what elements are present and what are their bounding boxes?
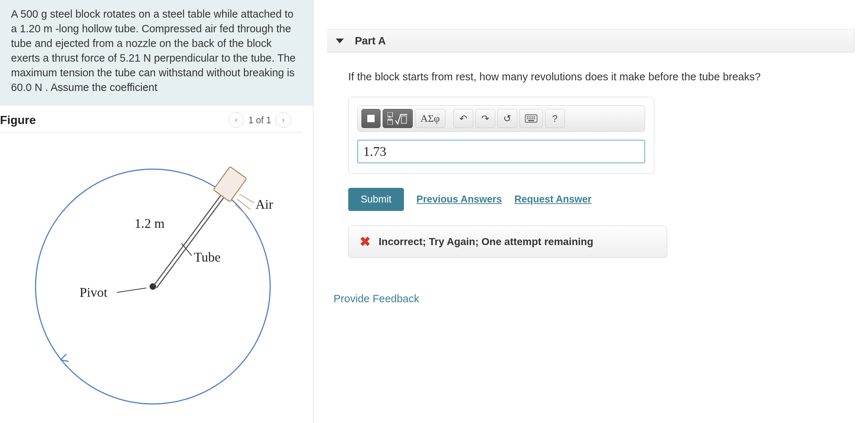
redo-button[interactable]: ↷ [475,109,495,128]
svg-rect-10 [367,115,375,122]
svg-line-3 [157,193,227,288]
undo-button[interactable]: ↶ [453,109,473,128]
caret-down-icon [336,39,344,43]
svg-rect-24 [530,118,532,119]
figure-title: Figure [0,113,36,127]
help-icon: ? [552,113,557,124]
svg-line-9 [117,288,146,292]
svg-line-8 [181,243,192,256]
label-length: 1.2 m [135,216,165,231]
problem-statement: A 500 g steel block rotates on a steel t… [0,0,313,106]
figure-nav: ‹ 1 of 1 › [228,112,291,128]
question-text: If the block starts from rest, how many … [348,71,848,83]
answer-input[interactable] [357,140,645,163]
previous-answers-link[interactable]: Previous Answers [416,194,502,205]
provide-feedback-link[interactable]: Provide Feedback [334,293,848,305]
figure-next-button[interactable]: › [276,112,291,128]
svg-rect-21 [534,116,535,117]
reset-icon: ↺ [503,113,511,124]
svg-rect-27 [528,120,534,121]
label-tube: Tube [194,250,221,265]
feedback-text: Incorrect; Try Again; One attempt remain… [379,236,593,248]
figure-counter: 1 of 1 [248,115,271,125]
greek-letters-button[interactable]: ΑΣφ [415,109,445,128]
svg-line-6 [239,194,254,203]
svg-rect-26 [534,118,535,119]
equation-toolbar: x ΑΣφ ↶ ↷ ↺ [357,105,645,132]
problem-text: A 500 g steel block rotates on a steel t… [11,8,295,93]
part-title: Part A [355,35,386,47]
figure-header: Figure ‹ 1 of 1 › [0,106,302,132]
svg-rect-18 [529,116,530,117]
svg-rect-4 [213,167,247,202]
chevron-right-icon: › [282,115,284,125]
figure-prev-button[interactable]: ‹ [228,112,244,128]
svg-rect-23 [529,118,530,119]
incorrect-x-icon: ✖ [360,234,371,249]
label-pivot: Pivot [80,285,107,300]
label-air: Air [255,197,273,212]
undo-icon: ↶ [459,113,467,124]
help-button[interactable]: ? [545,109,565,128]
template-fraction-sqrt-button[interactable]: x [383,109,413,128]
template-rect-button[interactable] [361,109,380,128]
svg-rect-19 [530,116,532,117]
svg-rect-25 [532,118,533,119]
svg-rect-22 [527,118,528,119]
svg-line-7 [235,204,247,215]
svg-line-2 [154,191,224,286]
action-row: Submit Previous Answers Request Answer [348,188,848,211]
request-answer-link[interactable]: Request Answer [514,194,592,205]
left-panel: A 500 g steel block rotates on a steel t… [0,0,313,423]
right-panel: Part A If the block starts from rest, ho… [313,0,868,423]
keyboard-button[interactable] [519,109,543,128]
svg-rect-17 [527,116,528,117]
reset-button[interactable]: ↺ [497,109,517,128]
greek-label: ΑΣφ [420,113,440,124]
chevron-left-icon: ‹ [235,115,238,125]
part-header[interactable]: Part A [327,29,854,52]
figure-diagram: Air 1.2 m Tube Pivot [17,147,281,411]
rect-icon [366,114,376,123]
answer-area: x ΑΣφ ↶ ↷ ↺ [348,97,654,174]
feedback-box: ✖ Incorrect; Try Again; One attempt rema… [348,226,667,258]
svg-rect-20 [532,116,533,117]
keyboard-icon [525,114,537,123]
svg-rect-15 [401,116,407,123]
redo-icon: ↷ [481,113,489,124]
svg-rect-14 [387,120,393,125]
fraction-sqrt-icon: x [387,112,408,125]
figure-body: Air 1.2 m Tube Pivot [0,132,313,411]
submit-button[interactable]: Submit [348,188,404,211]
